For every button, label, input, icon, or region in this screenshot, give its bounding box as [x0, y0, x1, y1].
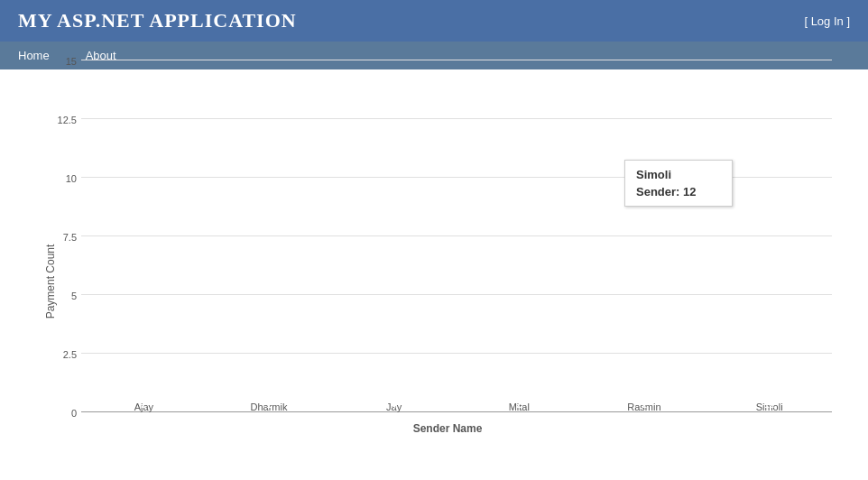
header: My ASP.NET Application [ Log In ]: [0, 0, 868, 42]
y-tick-label: 12.5: [54, 115, 77, 125]
chart-inner: 02.557.51012.515 2Ajay1Dharmik4Jay2Mital…: [54, 88, 841, 439]
bar-group: 2Mital: [496, 397, 541, 412]
bars-area: 2Ajay1Dharmik4Jay2Mital2Rasmin12Simoli: [81, 88, 832, 412]
login-link[interactable]: [ Log In ]: [804, 14, 850, 28]
tooltip-label: Sender:: [636, 185, 679, 198]
nav-about[interactable]: About: [68, 42, 134, 69]
y-tick-label: 5: [54, 291, 77, 301]
app-title: My ASP.NET Application: [18, 9, 297, 32]
bar-value-label: 1: [266, 400, 272, 410]
x-axis-label: Sender Name: [413, 422, 483, 435]
bar-value-label: 2: [142, 400, 147, 410]
tooltip-sender-name: Simoli: [636, 168, 721, 181]
bar-group: 1Dharmik: [246, 397, 291, 412]
y-tick-label: 0: [54, 408, 77, 419]
y-tick-label: 7.5: [54, 232, 77, 243]
y-gridline: [81, 60, 832, 60]
bar-group: 12Simoli: [747, 397, 792, 412]
bar-value-label: 4: [392, 400, 397, 410]
y-tick-label: 15: [54, 56, 77, 67]
navbar: Home About: [0, 42, 868, 69]
bar-group: 2Ajay: [121, 397, 166, 412]
bar-group: 2Rasmin: [622, 397, 667, 412]
tooltip-number: 12: [683, 185, 696, 198]
chart-container: Payment Count 02.557.51012.515 2Ajay1Dha…: [0, 69, 868, 480]
bar-value-label: 12: [764, 400, 774, 410]
bar-value-label: 2: [517, 400, 522, 410]
bar-group: 4Jay: [372, 397, 417, 412]
y-tick-label: 2.5: [54, 349, 77, 360]
y-tick-label: 10: [54, 173, 77, 184]
bar-value-label: 2: [642, 400, 647, 410]
tooltip: Simoli Sender: 12: [624, 160, 733, 207]
tooltip-value: Sender: 12: [636, 185, 721, 198]
